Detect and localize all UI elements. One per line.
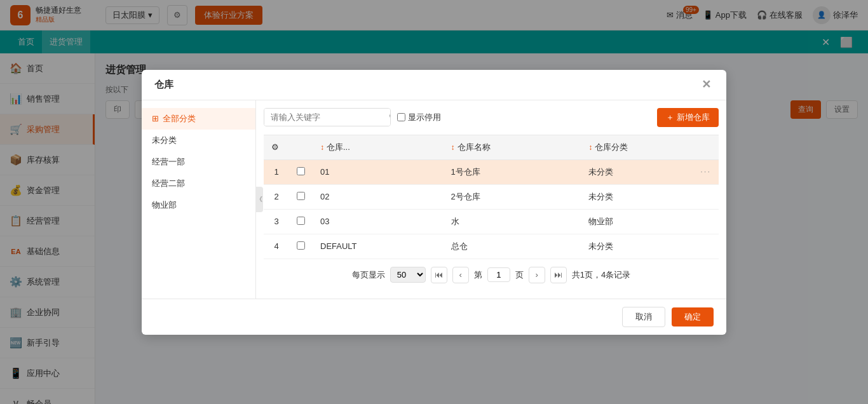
show-disabled-checkbox[interactable]: [397, 113, 405, 121]
first-page-btn[interactable]: ⏮: [431, 267, 447, 283]
modal-close-icon[interactable]: ✕: [698, 77, 714, 92]
col-code[interactable]: ↕仓库...: [313, 135, 444, 159]
tree-panel: ⊞ 全部分类 未分类 经营一部 经营二部 物业部 《: [142, 100, 256, 299]
col-name[interactable]: ↕仓库名称: [444, 135, 581, 159]
row-more-icon[interactable]: ···: [700, 166, 711, 176]
search-input-wrap: 🔍: [264, 108, 391, 126]
tree-item-all-label: 全部分类: [163, 113, 196, 125]
cell-num: 4: [264, 234, 289, 259]
tree-item-dept2-label: 经营二部: [152, 178, 185, 189]
cell-code: 01: [313, 159, 444, 184]
grid-icon: ⊞: [152, 114, 159, 123]
warehouse-modal: 仓库 ✕ ⊞ 全部分类 未分类 经营一部 经营二部: [142, 70, 726, 335]
tree-item-property[interactable]: 物业部: [142, 194, 255, 216]
per-page-label: 每页显示: [352, 269, 385, 281]
show-disabled-wrap: 显示停用: [397, 112, 441, 123]
cell-checkbox[interactable]: [289, 159, 313, 184]
total-info: 共1页，4条记录: [572, 269, 630, 281]
cell-name: 2号仓库: [444, 184, 581, 209]
tree-item-uncategorized[interactable]: 未分类: [142, 130, 255, 151]
cell-name: 总仓: [444, 234, 581, 259]
table-row[interactable]: 1 01 1号仓库 未分类···: [264, 159, 719, 184]
search-icon-btn[interactable]: 🔍: [384, 109, 391, 126]
content-toolbar: 🔍 显示停用 ＋ 新增仓库: [264, 108, 719, 127]
table-row[interactable]: 3 03 水 物业部: [264, 209, 719, 234]
modal-header: 仓库 ✕: [142, 70, 726, 100]
confirm-button[interactable]: 确定: [672, 307, 714, 327]
tree-item-dept1-label: 经营一部: [152, 156, 185, 168]
prev-page-btn[interactable]: ‹: [452, 267, 469, 283]
cell-code: 02: [313, 184, 444, 209]
cell-checkbox[interactable]: [289, 209, 313, 234]
modal-overlay: 仓库 ✕ ⊞ 全部分类 未分类 经营一部 经营二部: [0, 0, 868, 404]
table-row[interactable]: 2 02 2号仓库 未分类: [264, 184, 719, 209]
modal-body: ⊞ 全部分类 未分类 经营一部 经营二部 物业部 《: [142, 100, 726, 299]
page-input[interactable]: [487, 267, 510, 282]
page-unit: 页: [515, 269, 524, 281]
cell-num: 2: [264, 184, 289, 209]
add-warehouse-btn[interactable]: ＋ 新增仓库: [657, 108, 719, 127]
modal-footer: 取消 确定: [142, 299, 726, 335]
table-row[interactable]: 4 DEFAULT 总仓 未分类: [264, 234, 719, 259]
pagination: 每页显示 50 20 100 ⏮ ‹ 第 页 › ⏭ 共1页，4条记录: [264, 259, 719, 291]
tree-panel-toggle[interactable]: 《: [255, 187, 263, 212]
cancel-button[interactable]: 取消: [622, 307, 665, 327]
cell-category: 未分类: [581, 234, 719, 259]
cell-name: 1号仓库: [444, 159, 581, 184]
warehouse-table: ⚙ ↕仓库... ↕仓库名称 ↕仓库分类 1 01 1号仓库 未分类··· 2 …: [264, 135, 719, 259]
cell-category: 物业部: [581, 209, 719, 234]
content-panel: 🔍 显示停用 ＋ 新增仓库 ⚙ ↕仓库...: [256, 100, 726, 299]
search-input[interactable]: [264, 109, 384, 126]
cell-num: 1: [264, 159, 289, 184]
page-label: 第: [474, 269, 482, 281]
col-settings[interactable]: ⚙: [264, 135, 289, 159]
tree-item-dept2[interactable]: 经营二部: [142, 173, 255, 194]
cell-code: DEFAULT: [313, 234, 444, 259]
show-disabled-label: 显示停用: [408, 112, 441, 123]
tree-item-dept1[interactable]: 经营一部: [142, 151, 255, 173]
cell-name: 水: [444, 209, 581, 234]
tree-item-property-label: 物业部: [152, 199, 177, 211]
cell-checkbox[interactable]: [289, 234, 313, 259]
last-page-btn[interactable]: ⏭: [550, 267, 567, 283]
cell-category: 未分类: [581, 184, 719, 209]
cell-num: 3: [264, 209, 289, 234]
cell-checkbox[interactable]: [289, 184, 313, 209]
tree-item-uncategorized-label: 未分类: [152, 135, 177, 146]
next-page-btn[interactable]: ›: [529, 267, 545, 283]
per-page-select[interactable]: 50 20 100: [390, 267, 426, 283]
modal-title: 仓库: [154, 79, 173, 91]
cell-code: 03: [313, 209, 444, 234]
col-checkbox: [289, 135, 313, 159]
cell-category: 未分类···: [581, 159, 719, 184]
tree-item-all[interactable]: ⊞ 全部分类: [142, 108, 255, 130]
col-category[interactable]: ↕仓库分类: [581, 135, 719, 159]
